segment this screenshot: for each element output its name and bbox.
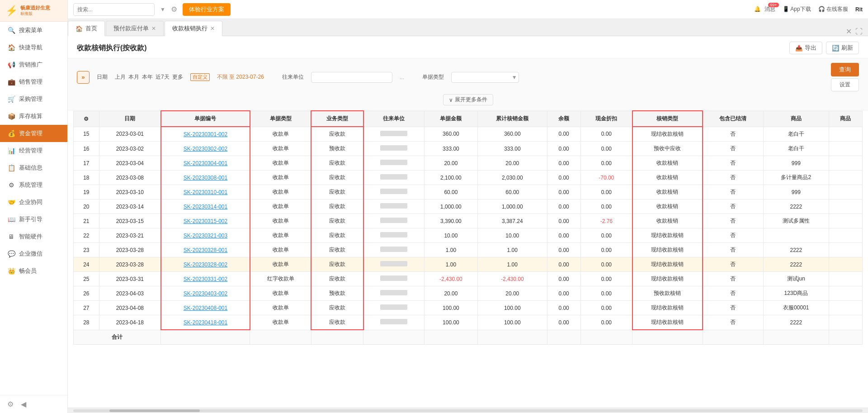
footer-writeoff [632,330,703,344]
cell-goods2 [829,156,862,171]
sidebar-item-finance[interactable]: 💰资金管理 [0,125,67,142]
cell-writeoff-type: 收款核销 [632,171,703,185]
table-row: 28 2023-04-18 SK-20230418-001 收款单 应收款 10… [74,315,863,330]
sidebar-item-purchase[interactable]: 🛒采购管理 [0,90,67,108]
this-month-link[interactable]: 本月 [128,73,139,81]
cell-partner [363,257,424,272]
tab-prepay[interactable]: 预付款应付单 ✕ [106,21,164,36]
maximize-icon[interactable]: ⛶ [855,28,863,36]
cell-doc-no: SK-20230308-001 [161,171,250,185]
doc-no-link[interactable]: SK-20230315-002 [184,218,227,224]
custom-tag[interactable]: 自定义 [190,73,210,81]
scroll-track[interactable] [73,409,863,412]
cell-partner [363,214,424,228]
cell-date: 2023-03-31 [99,272,161,286]
cell-cum-amount: 333.00 [478,142,547,156]
sidebar-item-marketing[interactable]: 📢营销推广 [0,56,67,73]
cell-date: 2023-03-10 [99,185,161,199]
cell-cum-amount: 360.00 [478,127,547,142]
doc-no-link[interactable]: SK-20230301-002 [184,131,227,138]
cell-amount: 10.00 [424,228,477,243]
sidebar-icon-marketing: 📢 [7,61,15,69]
table-row: 19 2023-03-10 SK-20230310-001 收款单 应收款 60… [74,185,863,199]
doc-no-link[interactable]: SK-20230328-001 [184,247,227,253]
cell-partner [363,286,424,301]
cell-doc-no: SK-20230328-002 [161,257,250,272]
col-gear[interactable]: ⚙ [74,111,99,127]
industry-btn[interactable]: 体验行业方案 [183,3,231,16]
sidebar-item-operations[interactable]: 📊经营管理 [0,142,67,159]
doc-no-link[interactable]: SK-20230308-001 [184,175,227,181]
last7days-link[interactable]: 近7天 [156,73,170,81]
customer-service-link[interactable]: 🎧 在线客服 [818,5,848,13]
cell-writeoff-type: 现结收款核销 [632,301,703,315]
sidebar-item-newguide[interactable]: 📖新手引导 [0,211,67,228]
footer-balance [547,330,580,344]
sidebar-label-marketing: 营销推广 [19,61,42,69]
tabbar: 🏠 首页 预付款应付单 ✕ 收款核销执行 ✕ ✕ ⛶ [68,19,868,36]
app-download-link[interactable]: 📱 App下载 [783,5,811,13]
cell-balance: 0.00 [547,257,580,272]
sidebar-item-basic[interactable]: 📋基础信息 [0,159,67,176]
cell-cash-discount: 0.00 [580,286,632,301]
doc-no-link[interactable]: SK-20230310-001 [184,189,227,195]
sidebar-item-sales[interactable]: 💼销售管理 [0,73,67,90]
col-include-settled: 包含已结清 [703,111,763,127]
doc-no-link[interactable]: SK-20230302-002 [184,146,227,152]
cell-no: 22 [74,228,99,243]
tab-prepay-label: 预付款应付单 [113,24,149,33]
settings-btn[interactable]: 设置 [831,78,859,91]
export-btn[interactable]: 📤 导出 [789,42,822,54]
doc-no-link[interactable]: SK-20230403-002 [184,290,227,297]
doc-no-link[interactable]: SK-20230328-002 [184,261,227,268]
doc-no-link[interactable]: SK-20230321-003 [184,233,227,239]
cell-cum-amount: 100.00 [478,315,547,330]
tab-prepay-close[interactable]: ✕ [151,25,156,32]
cell-include-settled: 否 [703,199,763,214]
settings-icon[interactable]: ⚙ [7,400,14,408]
last-month-link[interactable]: 上月 [115,73,126,81]
cell-doc-no: SK-20230418-001 [161,315,250,330]
doc-no-link[interactable]: SK-20230418-001 [184,319,227,326]
table-body: 15 2023-03-01 SK-20230301-002 收款单 应收款 36… [74,127,863,330]
refresh-btn[interactable]: 🔄 刷新 [826,42,859,54]
sidebar-item-inventory[interactable]: 📦库存核算 [0,108,67,125]
doc-no-link[interactable]: SK-20230331-002 [184,276,227,282]
close-window-icon[interactable]: ✕ [846,27,852,36]
partner-input[interactable] [311,72,392,83]
doc-type-select[interactable] [451,72,519,83]
toggle-filter-btn[interactable]: » [77,71,90,84]
expand-btn[interactable]: ∨ 展开更多条件 [443,94,493,105]
sidebar-item-enterprise[interactable]: 🤝企业协同 [0,194,67,211]
cell-doc-no: SK-20230315-002 [161,214,250,228]
more-link[interactable]: 更多 [172,73,183,81]
user-name[interactable]: Rit [855,6,863,13]
sidebar-item-system[interactable]: ⚙系统管理 [0,176,67,194]
collapse-icon[interactable]: ◀ [21,400,26,408]
cell-date: 2023-03-21 [99,228,161,243]
doc-no-link[interactable]: SK-20230304-001 [184,160,227,166]
this-year-link[interactable]: 本年 [142,73,153,81]
cell-date: 2023-03-02 [99,142,161,156]
doc-no-link[interactable]: SK-20230408-001 [184,305,227,311]
sidebar-item-hardware[interactable]: 🖥智能硬件 [0,228,67,245]
cell-include-settled: 否 [703,142,763,156]
scroll-thumb[interactable] [109,409,200,412]
search-input[interactable] [73,3,155,16]
cell-doc-no: SK-20230331-002 [161,272,250,286]
footer-goods [763,330,829,344]
tab-collection[interactable]: 收款核销执行 ✕ [165,21,222,36]
tab-home[interactable]: 🏠 首页 [68,21,105,36]
notification-bell[interactable]: 🔔 99+ 消息 [754,5,775,13]
sidebar-item-search[interactable]: 🔍搜索菜单 [0,22,67,39]
query-btn[interactable]: 查询 [831,63,859,76]
sidebar-item-weixin[interactable]: 💬企业微信 [0,245,67,262]
tab-collection-close[interactable]: ✕ [210,25,215,32]
cell-no: 27 [74,301,99,315]
dropdown-icon[interactable]: ▼ [160,6,165,13]
sidebar-item-member[interactable]: 👑畅会员 [0,262,67,280]
doc-no-link[interactable]: SK-20230314-001 [184,204,227,210]
sidebar-item-shortcut[interactable]: 🏠快捷导航 [0,39,67,56]
cell-no: 17 [74,156,99,171]
gear-icon[interactable]: ⚙ [171,5,177,14]
